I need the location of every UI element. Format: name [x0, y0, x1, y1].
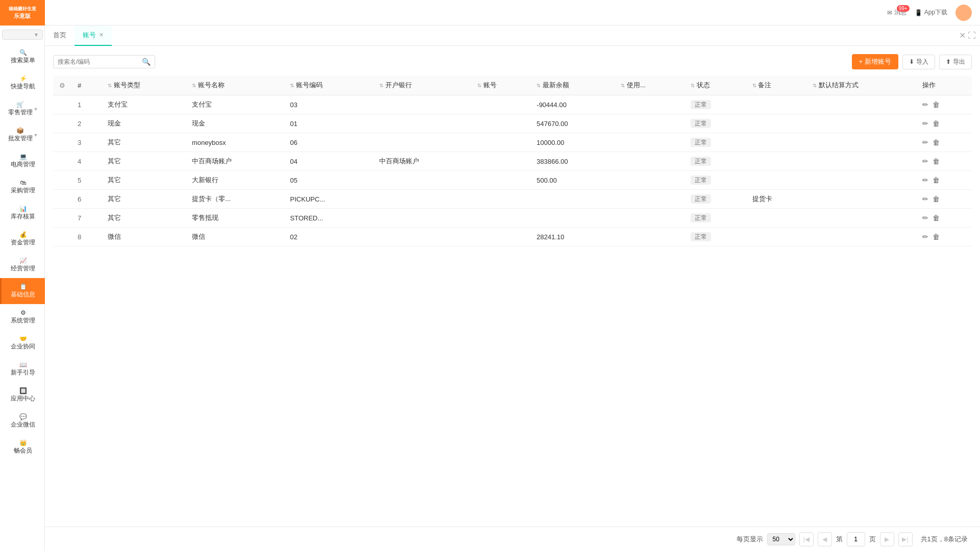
col-remark[interactable]: ⇅ 备注	[746, 76, 807, 95]
app-download-label: App下载	[924, 8, 947, 17]
inventory-icon: 📊	[4, 205, 43, 212]
col-latest-balance[interactable]: ⇅ 最新余额	[530, 76, 615, 95]
app-download-button[interactable]: 📱 App下载	[915, 8, 947, 17]
td-status: 正常	[684, 114, 746, 133]
sidebar-item-guide[interactable]: 📖 新手引导	[0, 356, 45, 382]
td-balance: 383866.00	[530, 152, 615, 171]
delete-button[interactable]: 🗑	[933, 176, 940, 184]
edit-button[interactable]: ✏	[922, 157, 928, 165]
sidebar-item-wechat[interactable]: 💬 企业微信	[0, 408, 45, 434]
tab-bar-close-btn[interactable]: ✕	[959, 31, 966, 40]
sidebar-item-app-center[interactable]: 🔲 应用中心	[0, 382, 45, 408]
sidebar-item-search-menu[interactable]: 🔍 搜索菜单	[0, 44, 45, 70]
prev-page-btn[interactable]: ◀	[818, 532, 832, 546]
message-button[interactable]: ✉ 消息 99+	[887, 8, 906, 17]
sort-icon: ⇅	[536, 83, 541, 88]
phone-icon: 📱	[915, 9, 922, 16]
sidebar-item-basic-info[interactable]: 📋 基础信息	[0, 278, 45, 304]
col-bank[interactable]: ⇅ 开户银行	[373, 76, 471, 95]
delete-button[interactable]: 🗑	[933, 195, 940, 203]
td-balance	[530, 190, 615, 209]
sidebar-item-quick-nav[interactable]: ⚡ 快捷导航	[0, 70, 45, 96]
page-size-select[interactable]: 50 20 100	[767, 533, 795, 545]
import-button[interactable]: ⬇ 导入	[902, 55, 935, 69]
last-page-btn[interactable]: ▶|	[898, 532, 913, 546]
col-settings[interactable]: ⚙	[53, 76, 71, 95]
add-account-button[interactable]: + 新增账号	[852, 54, 898, 69]
sidebar-item-inventory[interactable]: 📊 库存核算	[0, 200, 45, 226]
td-account-code: 01	[284, 114, 373, 133]
next-page-btn[interactable]: ▶	[880, 532, 894, 546]
search-input[interactable]	[58, 58, 142, 65]
edit-button[interactable]: ✏	[922, 119, 928, 128]
delete-button[interactable]: 🗑	[933, 101, 940, 109]
total-label: 共1页，8条记录	[921, 535, 968, 544]
delete-button[interactable]: 🗑	[933, 119, 940, 128]
col-status[interactable]: ⇅ 状态	[684, 76, 746, 95]
edit-button[interactable]: ✏	[922, 176, 928, 184]
td-balance: 10000.00	[530, 133, 615, 152]
sidebar-item-purchase[interactable]: 🛍 采购管理	[0, 174, 45, 200]
table-row: 2 现金 现金 01 547670.00 正常 ✏ 🗑	[53, 114, 972, 133]
col-account-type[interactable]: ⇅ 账号类型	[102, 76, 186, 95]
td-status: 正常	[684, 190, 746, 209]
table-row: 5 其它 大新银行 05 500.00 正常 ✏ 🗑	[53, 171, 972, 190]
sidebar-item-enterprise[interactable]: 🤝 企业协同	[0, 330, 45, 356]
edit-button[interactable]: ✏	[922, 214, 928, 222]
ecommerce-icon: 💻	[4, 153, 43, 160]
sidebar-item-retail[interactable]: 🛒 零售管理 ▼	[0, 96, 45, 122]
col-account-code[interactable]: ⇅ 账号编码	[284, 76, 373, 95]
sort-icon: ⇅	[691, 83, 695, 88]
tab-bar-expand-btn[interactable]: ⛶	[968, 31, 976, 40]
td-remark	[746, 171, 807, 190]
edit-button[interactable]: ✏	[922, 138, 928, 146]
first-page-btn[interactable]: |◀	[799, 532, 814, 546]
td-account-no	[471, 133, 530, 152]
tab-home[interactable]: 首页	[45, 26, 75, 46]
td-account-no	[471, 171, 530, 190]
sidebar-item-member[interactable]: 👑 畅会员	[0, 434, 45, 460]
search-box[interactable]: 🔍	[53, 55, 155, 68]
edit-button[interactable]: ✏	[922, 195, 928, 203]
td-status: 正常	[684, 133, 746, 152]
td-index: 6	[71, 190, 102, 209]
delete-button[interactable]: 🗑	[933, 214, 940, 222]
td-usage	[615, 190, 684, 209]
retail-icon: 🛒	[8, 101, 33, 108]
sidebar-item-finance[interactable]: 💰 资金管理	[0, 226, 45, 252]
tab-account[interactable]: 账号 ✕	[75, 26, 112, 46]
col-usage[interactable]: ⇅ 使用...	[615, 76, 684, 95]
sidebar-search[interactable]: ▼	[2, 30, 43, 40]
sidebar-item-label: 企业协同	[4, 342, 43, 351]
delete-button[interactable]: 🗑	[933, 138, 940, 146]
avatar[interactable]	[955, 5, 972, 21]
td-account-code: 02	[284, 228, 373, 246]
col-account-no[interactable]: ⇅ 账号	[471, 76, 530, 95]
td-index: 5	[71, 171, 102, 190]
col-default-settlement[interactable]: ⇅ 默认结算方式	[806, 76, 916, 95]
td-balance	[530, 209, 615, 228]
member-icon: 👑	[4, 439, 43, 446]
search-menu-icon: 🔍	[4, 49, 43, 56]
sidebar-item-wholesale[interactable]: 📦 批发管理 ▼	[0, 122, 45, 148]
edit-button[interactable]: ✏	[922, 233, 928, 241]
sidebar-item-label: 零售管理	[8, 108, 33, 117]
sidebar-item-ecommerce[interactable]: 💻 电商管理	[0, 148, 45, 174]
col-account-code-label: 账号编码	[296, 81, 323, 89]
td-default-settlement	[806, 152, 916, 171]
export-button[interactable]: ⬆ 导出	[939, 55, 972, 69]
td-default-settlement	[806, 209, 916, 228]
col-account-name[interactable]: ⇅ 账号名称	[186, 76, 284, 95]
wholesale-expand-icon: ▼	[34, 133, 38, 138]
sidebar-item-sys[interactable]: ⚙ 系统管理	[0, 304, 45, 330]
delete-button[interactable]: 🗑	[933, 233, 940, 241]
edit-button[interactable]: ✏	[922, 101, 928, 109]
header-right: ✉ 消息 99+ 📱 App下载	[887, 5, 972, 21]
search-icon[interactable]: 🔍	[142, 58, 151, 66]
sidebar-item-ops[interactable]: 📈 经营管理	[0, 252, 45, 278]
page-number-input[interactable]	[847, 532, 865, 546]
sidebar-item-label: 采购管理	[4, 186, 43, 195]
td-index: 8	[71, 228, 102, 246]
delete-button[interactable]: 🗑	[933, 157, 940, 165]
tab-account-close[interactable]: ✕	[99, 32, 104, 38]
